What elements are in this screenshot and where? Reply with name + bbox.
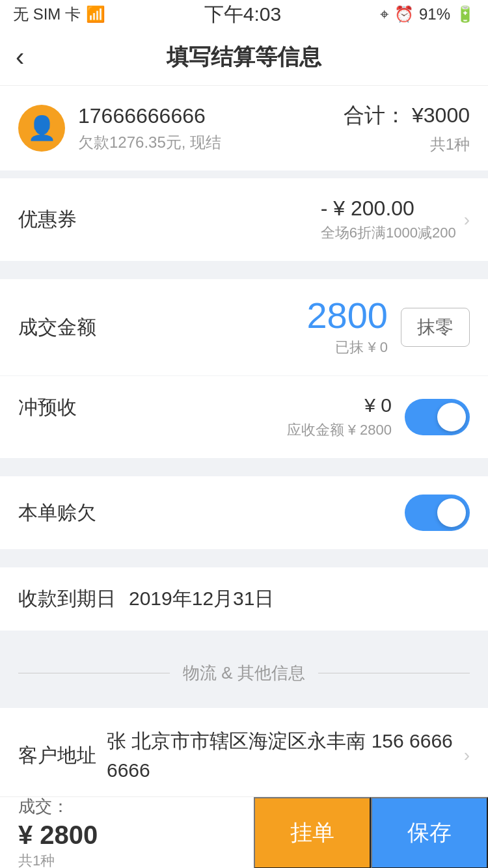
deal-amount-value: 2800 (306, 297, 388, 334)
coupon-row[interactable]: 优惠券 - ¥ 200.00 全场6折满1000减200 › (0, 178, 488, 261)
logistics-line-left (18, 673, 170, 673)
due-date-value: 2019年12月31日 (129, 586, 274, 612)
nav-bar: ‹ 填写结算等信息 (0, 29, 488, 86)
coupon-arrow-icon: › (464, 210, 470, 230)
total-value: ¥3000 (412, 103, 470, 127)
due-date-label: 收款到期日 (18, 586, 116, 612)
chong-sub: 应收金额 ¥ 2800 (287, 420, 392, 440)
ben-dan-que-qian-toggle[interactable] (405, 495, 470, 531)
coupon-label: 优惠券 (18, 206, 77, 233)
section-divider-1 (0, 269, 488, 279)
deal-amount-label: 成交金额 (18, 314, 96, 341)
chong-yushou-row: 冲预收 ¥ 0 应收金额 ¥ 2800 (0, 376, 488, 458)
page-title: 填写结算等信息 (167, 42, 321, 72)
section-divider-2 (0, 466, 488, 476)
status-right: ⌖ ⏰ 91% 🔋 (380, 5, 475, 23)
round-zero-button[interactable]: 抹零 (401, 308, 470, 347)
section-divider-3 (0, 557, 488, 567)
section-divider-4 (0, 638, 488, 649)
ben-dan-que-qian-label: 本单赊欠 (18, 500, 96, 526)
section-divider-5 (0, 698, 488, 708)
deal-amount-row: 成交金额 2800 已抹 ¥ 0 抹零 (0, 279, 488, 376)
alarm-icon: ⏰ (394, 5, 414, 23)
sim-status: 无 SIM 卡 (13, 4, 81, 25)
wifi-icon: 📶 (86, 5, 105, 23)
status-time: 下午4:03 (204, 1, 281, 28)
coupon-discount: - ¥ 200.00 (321, 197, 456, 221)
address-arrow-icon: › (464, 745, 470, 766)
logistics-line-right (318, 673, 470, 673)
due-date-row: 收款到期日 2019年12月31日 (0, 567, 488, 631)
coupon-desc: 全场6折满1000减200 (321, 223, 456, 243)
deal-amount-sub: 已抹 ¥ 0 (306, 338, 388, 357)
chong-yushou-label: 冲预收 (18, 394, 77, 421)
ben-dan-que-qian-row: 本单赊欠 (0, 476, 488, 549)
logistics-divider: 物流 & 其他信息 (0, 649, 488, 698)
back-button[interactable]: ‹ (16, 42, 24, 72)
chong-yushou-toggle[interactable] (405, 399, 470, 435)
customer-subtext: 欠款1276.35元, 现结 (78, 132, 221, 153)
battery-level: 91% (419, 5, 450, 23)
bottom-bar: 成交： ¥ 2800 共1种 挂单 保存 (0, 796, 488, 868)
pending-button[interactable]: 挂单 (254, 797, 371, 869)
status-left: 无 SIM 卡 📶 (13, 4, 105, 25)
bottom-count: 共1种 (18, 851, 236, 869)
status-bar: 无 SIM 卡 📶 下午4:03 ⌖ ⏰ 91% 🔋 (0, 0, 488, 29)
avatar-icon: 👤 (27, 115, 57, 142)
address-row[interactable]: 客户地址 张 北京市市辖区海淀区永丰南 156 6666 6666 › (0, 708, 488, 803)
battery-icon: 🔋 (455, 5, 475, 23)
content-area: 👤 17666666666 欠款1276.35元, 现结 合计： ¥3000 共… (0, 86, 488, 868)
total-amount: 合计： ¥3000 (344, 102, 470, 130)
customer-phone: 17666666666 (78, 104, 221, 128)
bottom-deal-label: 成交： (18, 795, 236, 818)
logistics-text: 物流 & 其他信息 (183, 662, 305, 685)
location-icon: ⌖ (380, 5, 389, 23)
address-label: 客户地址 (18, 742, 96, 769)
bottom-price: ¥ 2800 (18, 821, 236, 850)
save-button[interactable]: 保存 (371, 797, 488, 869)
bottom-info: 成交： ¥ 2800 共1种 (0, 795, 254, 869)
total-count: 共1种 (344, 134, 470, 155)
avatar: 👤 (18, 105, 65, 152)
address-value: 张 北京市市辖区海淀区永丰南 156 6666 6666 (107, 726, 454, 785)
total-label: 合计： (344, 103, 406, 127)
customer-card: 👤 17666666666 欠款1276.35元, 现结 合计： ¥3000 共… (0, 86, 488, 170)
chong-amount: ¥ 0 (287, 394, 392, 416)
deal-amount-section: 成交金额 2800 已抹 ¥ 0 抹零 冲预收 ¥ 0 应收金额 ¥ 2800 (0, 279, 488, 458)
